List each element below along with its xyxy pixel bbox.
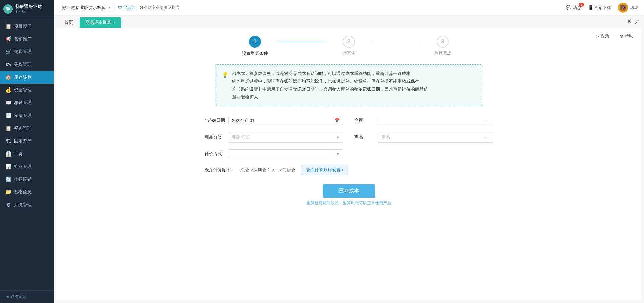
start-date-input[interactable]: 2022-07-01 📅 bbox=[228, 116, 343, 125]
pricing-field: 计价方式 ▼ bbox=[205, 149, 343, 158]
notification-badge: 1 bbox=[579, 3, 584, 7]
topbar: 好业财专业版演示帐套 ▼ 🛡 已认证 好业财专业版演示帐套 💬 消息 1 📱 A… bbox=[54, 0, 644, 15]
info-box: 💡 因成本计算参数调整，或是对商品成本有疑问时，可以通过成本重算功能，重新计算一… bbox=[215, 64, 483, 106]
tab-bar: 首页 商品成本重算 × ✕ ⤢ bbox=[54, 15, 644, 28]
sidebar-label-finance: 资金管理 bbox=[14, 87, 32, 93]
more-icon-goods[interactable]: ··· bbox=[484, 135, 489, 140]
payroll-icon: 👔 bbox=[5, 151, 11, 157]
verified-label: 已认证 bbox=[123, 5, 136, 10]
sidebar-label-marketing: 营销推广 bbox=[14, 36, 32, 42]
chevron-right-icon: › bbox=[342, 167, 343, 172]
sidebar-item-accounting[interactable]: 📖 总账管理 bbox=[0, 96, 54, 109]
purchase-icon: 🛍 bbox=[5, 61, 11, 68]
finance-icon: 💰 bbox=[5, 87, 11, 93]
step-2-label: 计算中 bbox=[342, 50, 356, 56]
sidebar-item-system[interactable]: ⚙ 系统管理 bbox=[0, 199, 54, 211]
sidebar-item-basic[interactable]: 📁 基础信息 bbox=[0, 186, 54, 199]
user-profile-button[interactable]: 🐻 珠珠 bbox=[618, 3, 639, 13]
sidebar-item-project[interactable]: 📋 项目顾问 bbox=[0, 20, 54, 33]
tab-home[interactable]: 首页 bbox=[59, 17, 78, 28]
question-icon: ⊘ bbox=[620, 34, 623, 39]
sidebar-label-expense: 小畅报销 bbox=[14, 176, 32, 182]
sidebar-footer-label: ◄ 取消固定 bbox=[5, 294, 26, 300]
sidebar-label-accounting: 总账管理 bbox=[14, 100, 32, 106]
account-name: 好业财专业版演示帐套 bbox=[62, 5, 106, 11]
category-label: 商品分类 bbox=[205, 134, 225, 140]
tab-close-icon[interactable]: × bbox=[113, 20, 116, 25]
step-1: 1 设置重算条件 bbox=[231, 36, 278, 56]
calc-order-btn-label: 仓库计算顺序设置 bbox=[306, 167, 341, 173]
start-date-value: 2022-07-01 bbox=[232, 118, 255, 123]
step-1-circle: 1 bbox=[249, 36, 261, 48]
sidebar-footer[interactable]: ◄ 取消固定 bbox=[0, 290, 54, 303]
calendar-icon[interactable]: 📅 bbox=[334, 118, 340, 123]
pricing-label: 计价方式 bbox=[205, 151, 225, 157]
message-button[interactable]: 💬 消息 1 bbox=[566, 5, 581, 11]
sidebar-item-purchase[interactable]: 🛍 采购管理 bbox=[0, 58, 54, 71]
recalculate-button[interactable]: 重算成本 bbox=[323, 184, 375, 198]
goods-input[interactable]: 商品 ··· bbox=[378, 132, 493, 143]
tab-cost-recalc[interactable]: 商品成本重算 × bbox=[80, 17, 121, 28]
step-2-circle: 2 bbox=[343, 36, 355, 48]
category-field: 商品分类 商品分类 ▼ bbox=[205, 132, 343, 143]
sidebar-label-purchase: 采购管理 bbox=[14, 61, 32, 68]
sidebar-subtitle: 专业版 bbox=[15, 9, 42, 14]
help-label: 帮助 bbox=[625, 33, 633, 39]
category-placeholder: 商品分类 bbox=[232, 134, 249, 140]
more-icon[interactable]: ··· bbox=[484, 118, 489, 123]
chevron-down-icon: ▼ bbox=[108, 6, 111, 9]
start-date-label: *起始日期 bbox=[205, 117, 225, 123]
panel-expand-button[interactable]: ⤢ bbox=[634, 19, 639, 25]
submit-label: 重算成本 bbox=[339, 188, 359, 193]
operation-icon: 📊 bbox=[5, 164, 11, 170]
calc-order-label: 仓库计算顺序： bbox=[205, 167, 235, 173]
sidebar-item-asset[interactable]: 🏗 固定资产 bbox=[0, 135, 54, 147]
app-download-button[interactable]: 📱 App下载 bbox=[588, 5, 611, 11]
topbar-right: 💬 消息 1 📱 App下载 🐻 珠珠 bbox=[566, 3, 639, 13]
sidebar-item-payroll[interactable]: 👔 工资 bbox=[0, 147, 54, 160]
sidebar-label-payroll: 工资 bbox=[14, 151, 23, 157]
sidebar-item-tax[interactable]: 📋 税务管理 bbox=[0, 122, 54, 135]
warehouse-input[interactable]: ··· bbox=[378, 116, 493, 125]
sidebar-label-inventory: 库存核算 bbox=[14, 74, 32, 80]
sidebar-label-system: 系统管理 bbox=[14, 202, 32, 208]
warehouse-field: 仓库 ··· bbox=[354, 116, 493, 125]
chevron-down-icon-category: ▼ bbox=[336, 135, 340, 139]
project-icon: 📋 bbox=[5, 23, 11, 29]
sidebar-label-tax: 税务管理 bbox=[14, 125, 32, 131]
goods-field: 商品 商品 ··· bbox=[354, 132, 493, 143]
info-icon: 💡 bbox=[222, 70, 228, 101]
sidebar-item-finance[interactable]: 💰 资金管理 bbox=[0, 84, 54, 96]
verified-badge: 🛡 已认证 bbox=[118, 5, 136, 10]
help-button[interactable]: ⊘ 帮助 bbox=[620, 33, 633, 39]
sidebar-item-operation[interactable]: 📊 经营管理 bbox=[0, 160, 54, 173]
account-selector[interactable]: 好业财专业版演示帐套 ▼ bbox=[59, 3, 114, 12]
category-select[interactable]: 商品分类 ▼ bbox=[228, 132, 343, 143]
panel-close-button[interactable]: ✕ bbox=[627, 18, 632, 25]
submit-hint: 重算过程耗时较长，重算时您可以正常使用产品 bbox=[205, 200, 493, 206]
sidebar-item-expense[interactable]: 🔄 小畅报销 bbox=[0, 173, 54, 186]
main-area: 好业财专业版演示帐套 ▼ 🛡 已认证 好业财专业版演示帐套 💬 消息 1 📱 A… bbox=[54, 0, 644, 303]
form-row-1: *起始日期 2022-07-01 📅 仓库 ··· bbox=[205, 116, 493, 125]
video-help-button[interactable]: ▷ 视频 bbox=[596, 33, 609, 39]
form-section: *起始日期 2022-07-01 📅 仓库 ··· bbox=[205, 116, 493, 206]
app-download-label: App下载 bbox=[595, 5, 611, 11]
step-3-label: 重算完成 bbox=[434, 50, 451, 56]
sidebar-nav: 📋 项目顾问 📢 营销推广 🛒 销售管理 🛍 采购管理 🏠 库存核算 💰 资金管… bbox=[0, 18, 54, 290]
marketing-icon: 📢 bbox=[5, 36, 11, 42]
calc-order-settings-button[interactable]: 仓库计算顺序设置 › bbox=[301, 165, 348, 175]
basic-icon: 📁 bbox=[5, 189, 11, 195]
sidebar-label-operation: 经营管理 bbox=[14, 164, 32, 170]
sidebar-label-basic: 基础信息 bbox=[14, 189, 32, 195]
chevron-down-icon-pricing: ▼ bbox=[336, 152, 340, 156]
goods-label: 商品 bbox=[354, 134, 374, 140]
info-text: 因成本计算参数调整，或是对商品成本有疑问时，可以通过成本重算功能，重新计算一遍成… bbox=[232, 70, 428, 101]
sidebar-item-inventory[interactable]: 🏠 库存核算 bbox=[0, 71, 54, 84]
inventory-icon: 🏠 bbox=[5, 74, 11, 80]
sidebar-item-sales[interactable]: 🛒 销售管理 bbox=[0, 45, 54, 58]
tax-icon: 📋 bbox=[5, 125, 11, 131]
sidebar-item-marketing[interactable]: 📢 营销推广 bbox=[0, 33, 54, 45]
sidebar-item-invoice[interactable]: 🧾 发票管理 bbox=[0, 109, 54, 122]
play-icon: ▷ bbox=[596, 34, 599, 39]
pricing-select[interactable]: ▼ bbox=[228, 149, 343, 158]
